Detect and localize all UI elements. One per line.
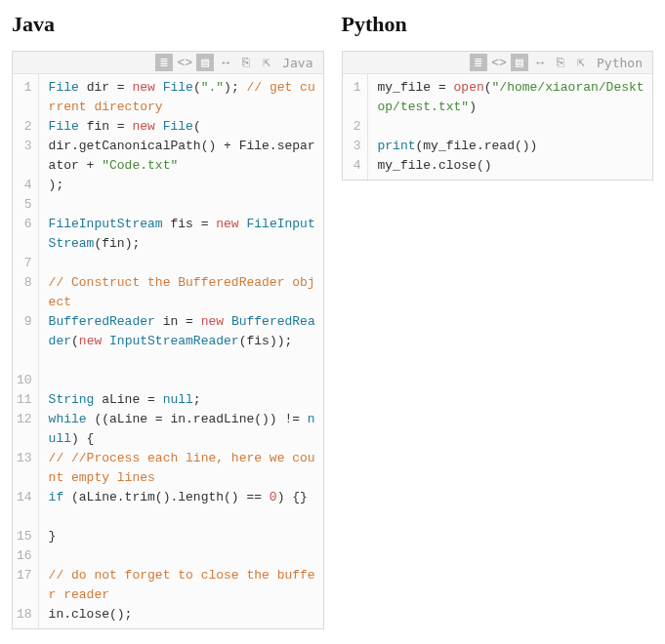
code-line (49, 195, 317, 215)
java-toolbar: ≣ <> ▤ ↔ ⎘ ⇱ Java (13, 52, 323, 74)
java-lang-label: Java (278, 56, 318, 70)
python-heading: Python (342, 12, 654, 37)
open-icon[interactable]: ⇱ (258, 54, 275, 71)
open-icon[interactable]: ⇱ (572, 54, 590, 71)
code-line: File dir = new File("."); // get current… (49, 78, 317, 117)
python-column: Python ≣ <> ▤ ↔ ⎘ ⇱ Python 1234 my_file … (342, 12, 654, 181)
line-number: 4 (17, 176, 32, 195)
line-number: 5 (17, 195, 32, 215)
java-code-body: 123456789101112131415161718 File dir = n… (13, 74, 323, 628)
java-heading: Java (12, 12, 324, 37)
line-number: 16 (17, 546, 32, 566)
code-line: // do not forget to close the buffer rea… (49, 566, 317, 605)
para-icon[interactable]: ▤ (511, 54, 528, 71)
java-gutter: 123456789101112131415161718 (13, 74, 39, 628)
java-codebox: ≣ <> ▤ ↔ ⎘ ⇱ Java 1234567891011121314151… (12, 51, 324, 629)
python-toolbar: ≣ <> ▤ ↔ ⎘ ⇱ Python (343, 52, 653, 74)
line-number: 8 (17, 273, 32, 312)
line-number: 6 (17, 215, 32, 254)
line-number: 10 (17, 371, 32, 390)
code-line: if (aLine.trim().length() == 0) {} (49, 488, 317, 527)
code-line (49, 546, 317, 566)
code-line: // //Process each line, here we count em… (49, 449, 317, 488)
line-number: 14 (17, 488, 32, 527)
code-line (49, 371, 317, 390)
line-number: 12 (17, 410, 32, 449)
line-number: 1 (347, 78, 361, 117)
code-line: File fin = new File( (49, 117, 317, 137)
code-line (378, 117, 647, 137)
line-number: 2 (17, 117, 32, 137)
code-line: print(my_file.read()) (378, 137, 647, 156)
lines-icon[interactable]: ≣ (155, 54, 173, 71)
line-number: 15 (17, 527, 32, 546)
code-line: } (49, 527, 317, 546)
code-line: FileInputStream fis = new FileInputStrea… (49, 215, 317, 254)
python-code-body: 1234 my_file = open("/home/xiaoran/Deskt… (343, 74, 653, 180)
python-gutter: 1234 (343, 74, 368, 180)
code-line: BufferedReader in = new BufferedReader(n… (49, 312, 317, 371)
java-code[interactable]: File dir = new File("."); // get current… (39, 74, 323, 628)
line-number: 7 (17, 254, 32, 273)
code-line: while ((aLine = in.readLine()) != null) … (49, 410, 317, 449)
code-line (49, 254, 317, 273)
code-line: in.close(); (49, 605, 317, 624)
line-number: 1 (17, 78, 32, 117)
width-icon[interactable]: ↔ (217, 54, 234, 71)
width-icon[interactable]: ↔ (531, 54, 549, 71)
code-line: dir.getCanonicalPath() + File.separator … (49, 137, 317, 176)
columns: Java ≣ <> ▤ ↔ ⎘ ⇱ Java 12345678910111213… (12, 12, 653, 629)
line-number: 3 (347, 137, 361, 156)
python-code[interactable]: my_file = open("/home/xiaoran/Desktop/te… (368, 74, 653, 180)
python-codebox: ≣ <> ▤ ↔ ⎘ ⇱ Python 1234 my_file = open(… (342, 51, 654, 181)
java-column: Java ≣ <> ▤ ↔ ⎘ ⇱ Java 12345678910111213… (12, 12, 324, 629)
copy-icon[interactable]: ⎘ (552, 54, 569, 71)
line-number: 11 (17, 390, 32, 410)
lines-icon[interactable]: ≣ (470, 54, 487, 71)
line-number: 13 (17, 449, 32, 488)
line-number: 17 (17, 566, 32, 605)
line-number: 4 (347, 156, 361, 176)
code-line: // Construct the BufferedReader object (49, 273, 317, 312)
code-line: my_file.close() (378, 156, 647, 176)
para-icon[interactable]: ▤ (196, 54, 214, 71)
code-line: String aLine = null; (49, 390, 317, 410)
python-lang-label: Python (593, 56, 648, 70)
line-number: 18 (17, 605, 32, 624)
line-number: 9 (17, 312, 32, 371)
copy-icon[interactable]: ⎘ (237, 54, 255, 71)
line-number: 2 (347, 117, 361, 137)
line-number: 3 (17, 137, 32, 176)
code-line: ); (49, 176, 317, 195)
code-icon[interactable]: <> (490, 54, 508, 71)
code-icon[interactable]: <> (176, 54, 193, 71)
code-line: my_file = open("/home/xiaoran/Desktop/te… (378, 78, 647, 117)
